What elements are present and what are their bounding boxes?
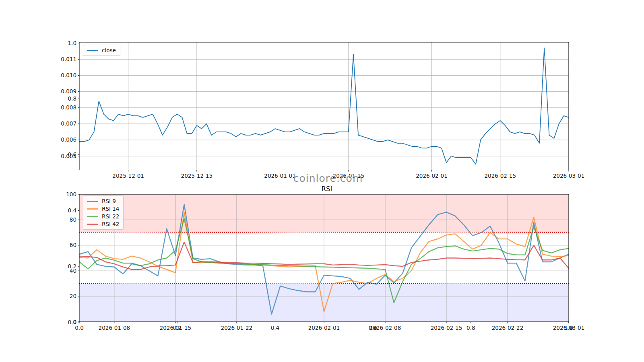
x-tick-label: 2026-02-01 bbox=[308, 325, 340, 331]
plot-border bbox=[79, 42, 569, 170]
ghost-x-tick-label: 0.6 bbox=[369, 325, 377, 331]
x-tick-label: 2026-01-08 bbox=[99, 325, 130, 331]
legend-line-sample bbox=[87, 208, 98, 210]
x-tick-label: 2026-01-22 bbox=[221, 325, 252, 331]
legend-line-sample bbox=[87, 50, 98, 51]
series-close bbox=[79, 48, 569, 164]
ghost-y-tick-label: 0.6 bbox=[68, 151, 76, 158]
legend-line-sample bbox=[87, 216, 98, 217]
legend-item: RSI 9 bbox=[87, 198, 119, 204]
y-tick-label: 0.011 bbox=[61, 56, 76, 62]
ghost-y-tick-label: 0.8 bbox=[68, 95, 76, 102]
legend-label: close bbox=[102, 47, 116, 53]
y-tick-label: 0.009 bbox=[61, 88, 76, 95]
x-tick-label: 2026-02-22 bbox=[492, 325, 523, 331]
x-tick-label: 2026-02-01 bbox=[416, 173, 447, 179]
legend-line-sample bbox=[87, 224, 98, 225]
legend-item: RSI 42 bbox=[87, 221, 119, 227]
legend-line-sample bbox=[87, 201, 98, 202]
legend-label: RSI 42 bbox=[102, 221, 119, 227]
y-tick-label: 20 bbox=[70, 293, 76, 299]
rsi-chart-title: RSI bbox=[5, 185, 644, 193]
x-tick-label: 2026-03-01 bbox=[553, 173, 584, 179]
ghost-y-tick-label: 0.4 bbox=[68, 207, 76, 214]
legend-label: RSI 14 bbox=[102, 206, 119, 212]
ghost-x-tick-label: 0.8 bbox=[466, 325, 475, 331]
y-tick-label: 0.010 bbox=[61, 72, 76, 78]
rsi-legend: RSI 9RSI 14RSI 22RSI 42 bbox=[83, 195, 124, 230]
legend-label: RSI 22 bbox=[102, 213, 119, 220]
legend-item: RSI 14 bbox=[87, 206, 119, 212]
y-tick-label: 60 bbox=[70, 242, 76, 248]
y-tick-label: 0.006 bbox=[61, 136, 76, 143]
y-tick-label: 0.007 bbox=[61, 120, 76, 127]
legend-item: close bbox=[87, 47, 116, 53]
y-tick-label: 80 bbox=[70, 216, 76, 223]
price-legend: close bbox=[83, 45, 120, 56]
ghost-x-tick-label: 1.0 bbox=[564, 325, 573, 331]
ghost-x-tick-label: 0.4 bbox=[271, 325, 279, 331]
legend-label: RSI 9 bbox=[102, 198, 116, 204]
ghost-x-tick-label: 0.2 bbox=[173, 325, 181, 331]
figure: 2025-12-012025-12-152026-01-012026-01-15… bbox=[0, 0, 644, 362]
x-tick-label: 2026-01-01 bbox=[264, 173, 295, 179]
x-tick-label: 2025-12-01 bbox=[112, 173, 144, 179]
x-tick-label: 2025-12-15 bbox=[181, 173, 213, 179]
x-tick-label: 2026-02-15 bbox=[485, 173, 516, 179]
y-tick-label: 0.008 bbox=[61, 104, 76, 111]
x-tick-label: 2026-02-15 bbox=[431, 325, 462, 331]
x-tick-label: 2026-01-15 bbox=[333, 173, 364, 179]
ghost-y-tick-label: 0.2 bbox=[68, 263, 76, 269]
ghost-x-tick-label: 0.0 bbox=[75, 325, 83, 331]
ghost-y-tick-label: 1.0 bbox=[68, 40, 76, 46]
legend-item: RSI 22 bbox=[87, 213, 119, 220]
